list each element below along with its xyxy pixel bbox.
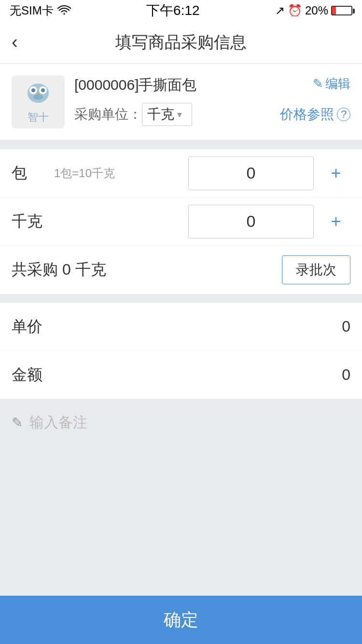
chevron-down-icon: ▾ [177,109,182,120]
price-section: 单价 0 金额 0 [0,303,362,399]
alarm-icon: ⏰ [288,4,302,17]
summary-row: 共采购 0 千克 录批次 [0,246,362,294]
bao-input[interactable] [188,156,314,190]
bao-input-wrap: + [115,156,350,190]
bao-row: 包 1包=10千克 + [0,149,362,197]
section-divider-1 [0,140,362,149]
svg-point-5 [33,94,43,100]
bao-sublabel: 1包=10千克 [54,166,115,181]
bao-label: 包 [12,163,50,184]
remark-section[interactable]: ✎ 输入备注 [0,399,362,446]
kg-row: 千克 + [0,197,362,246]
status-right: ↗ ⏰ 20% [275,4,352,17]
price-ref-button[interactable]: 价格参照 ? [280,105,350,124]
unit-select-dropdown[interactable]: 千克 ▾ [142,103,192,126]
unit-select-value: 千克 [147,105,174,124]
unit-price-label: 单价 [12,316,42,337]
status-bar: 无SIM卡 下午6:12 ↗ ⏰ 20% [0,0,362,21]
product-logo: 智十 [12,75,65,128]
section-divider-2 [0,294,362,303]
record-batch-button[interactable]: 录批次 [282,255,350,284]
edit-button[interactable]: ✎编辑 [313,75,350,92]
product-card: 智十 [0000006]手撕面包 ✎编辑 采购单位： 千克 ▾ 价格参照 ? [0,64,362,140]
nav-bar: ‹ 填写商品采购信息 [0,21,362,64]
svg-point-3 [31,88,35,92]
product-unit-row: 采购单位： 千克 ▾ 价格参照 ? [74,103,350,126]
summary-text: 共采购 0 千克 [12,259,106,280]
unit-price-value: 0 [342,318,350,336]
carrier-label: 无SIM卡 [10,3,54,18]
status-left: 无SIM卡 [10,3,71,18]
amount-row: 金额 0 [0,351,362,399]
product-name: [0000006]手撕面包 [74,75,196,95]
kg-input[interactable] [188,205,314,238]
unit-price-row: 单价 0 [0,303,362,351]
remark-placeholder: 输入备注 [29,413,87,433]
wifi-icon [57,4,71,17]
amount-label: 金额 [12,364,42,386]
product-logo-owl-icon [24,80,53,108]
quantity-form-section: 包 1包=10千克 + 千克 + [0,149,362,246]
amount-value: 0 [342,366,350,384]
product-header: [0000006]手撕面包 ✎编辑 [74,75,350,95]
svg-point-4 [41,88,45,92]
battery-label: 20% [305,4,328,17]
price-ref-label: 价格参照 [280,105,334,124]
battery-icon [331,6,352,15]
back-button[interactable]: ‹ [12,32,18,53]
status-time: 下午6:12 [146,1,200,20]
confirm-button[interactable]: 确定 [0,596,362,644]
pencil-icon: ✎ [12,415,23,431]
page-title: 填写商品采购信息 [115,31,247,54]
bao-plus-button[interactable]: + [321,159,350,188]
location-icon: ↗ [275,4,285,17]
product-logo-text: 智十 [28,110,49,125]
unit-label: 采购单位： [74,105,142,124]
kg-input-wrap: + [50,205,350,238]
unit-selector-group: 采购单位： 千克 ▾ [74,103,192,126]
help-icon: ? [337,108,350,121]
kg-label: 千克 [12,211,50,232]
product-info: [0000006]手撕面包 ✎编辑 采购单位： 千克 ▾ 价格参照 ? [74,75,350,126]
kg-plus-button[interactable]: + [321,207,350,236]
